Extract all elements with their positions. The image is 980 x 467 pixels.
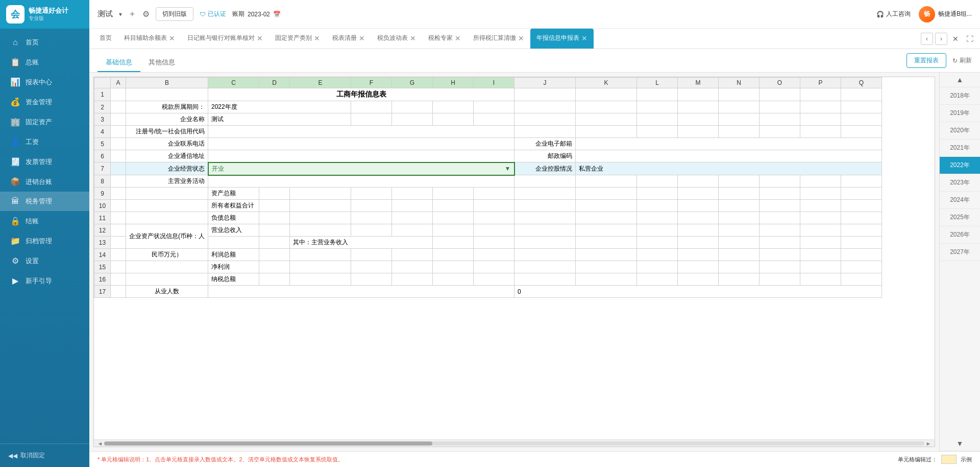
cell[interactable] [841,88,882,101]
cell[interactable] [576,261,637,273]
tab-tax_clearance[interactable]: 税表清册✕ [326,29,371,49]
cell[interactable] [474,101,514,113]
cell[interactable] [290,200,351,212]
cell[interactable] [678,126,719,138]
sidebar-item-home[interactable]: ⌂首页 [0,33,89,52]
cell[interactable] [111,249,126,261]
cell[interactable]: 利润总额 [208,249,259,261]
cell[interactable] [760,273,800,286]
cell[interactable] [637,224,678,237]
cell[interactable] [514,249,576,261]
cell[interactable] [760,101,800,113]
cell[interactable] [433,237,474,249]
cell[interactable] [126,200,208,212]
cell[interactable] [719,175,760,188]
add-icon[interactable]: ＋ [128,9,136,19]
cell[interactable] [290,249,351,261]
cell[interactable] [760,88,800,101]
year-item-2020[interactable]: 2020年 [940,122,980,139]
tab-scroll-right-button[interactable]: › [935,33,947,45]
cell[interactable]: 负债总额 [208,212,259,224]
sidebar-item-fund[interactable]: 💰资金管理 [0,92,89,112]
cell[interactable] [576,188,637,200]
cell[interactable] [433,200,474,212]
cell[interactable]: 其中：主营业务收入 [290,237,433,249]
cell[interactable] [290,224,351,237]
cell[interactable] [800,126,841,138]
cell[interactable] [392,224,433,237]
cell[interactable] [841,237,882,249]
cell[interactable] [514,212,576,224]
cell[interactable] [433,113,474,126]
sub-tab-other_info[interactable]: 其他信息 [140,54,183,72]
cell[interactable] [719,113,760,126]
cell[interactable]: 企业经营状态 [126,162,208,175]
cell[interactable] [576,101,637,113]
cell[interactable] [760,188,800,200]
cell[interactable] [841,200,882,212]
spreadsheet-scroll-area[interactable]: A B C D E F G H I J K L [94,77,935,439]
cell[interactable]: 主营业务活动 [126,175,208,188]
cell[interactable] [800,261,841,273]
sidebar-item-tax[interactable]: 🏛税务管理 [0,192,89,211]
cell[interactable] [111,113,126,126]
cell[interactable] [841,101,882,113]
cell[interactable] [760,200,800,212]
cell[interactable]: 开业 ▼ [208,162,514,175]
cell[interactable]: 测试 [208,113,351,126]
cell[interactable] [576,150,882,162]
cell[interactable] [351,273,392,286]
cell[interactable] [719,224,760,237]
cell[interactable] [111,237,126,249]
cell[interactable] [576,224,637,237]
year-item-2019[interactable]: 2019年 [940,105,980,122]
sidebar-item-archive[interactable]: 📁归档管理 [0,231,89,251]
sub-tab-basic_info[interactable]: 基础信息 [97,54,140,72]
cell[interactable]: 2022年度 [208,101,351,113]
cell[interactable] [800,212,841,224]
cell[interactable] [126,273,208,286]
support-button[interactable]: 🎧 人工咨询 [876,10,911,18]
cell[interactable] [208,126,514,138]
cell[interactable] [111,286,126,298]
cell[interactable] [514,88,576,101]
cell[interactable] [208,150,514,162]
cell[interactable] [637,113,678,126]
cell[interactable] [111,150,126,162]
cell[interactable] [576,138,882,150]
cell[interactable]: 税款所属期间： [126,101,208,113]
cell[interactable] [678,261,719,273]
cell[interactable] [351,261,392,273]
cell[interactable] [841,126,882,138]
cell[interactable] [474,113,514,126]
cell[interactable] [678,224,719,237]
cell[interactable] [576,237,637,249]
year-item-2027[interactable]: 2027年 [940,244,980,261]
cell[interactable] [678,237,719,249]
cell[interactable]: 0 [514,286,882,298]
year-item-2021[interactable]: 2021年 [940,139,980,157]
cell[interactable] [392,273,433,286]
tab-close-aux_balance[interactable]: ✕ [169,34,175,42]
cell[interactable]: 从业人数 [126,286,208,298]
cell[interactable] [392,188,433,200]
cell[interactable] [637,126,678,138]
cell[interactable] [800,175,841,188]
cell[interactable] [760,249,800,261]
cell[interactable] [576,113,637,126]
cell[interactable] [392,200,433,212]
cell[interactable] [637,249,678,261]
pin-sidebar-button[interactable]: ◀◀ 取消固定 [8,449,81,462]
tab-income_tax[interactable]: 所得税汇算清缴✕ [467,29,530,49]
cell[interactable] [760,224,800,237]
cell[interactable] [637,101,678,113]
cell[interactable] [351,249,392,261]
year-item-2024[interactable]: 2024年 [940,192,980,209]
cell[interactable] [111,101,126,113]
cell[interactable] [514,200,576,212]
cell[interactable] [760,175,800,188]
cell[interactable] [841,175,882,188]
tab-close-tax_clearance[interactable]: ✕ [359,34,365,42]
year-item-2025[interactable]: 2025年 [940,209,980,226]
cell[interactable] [637,273,678,286]
